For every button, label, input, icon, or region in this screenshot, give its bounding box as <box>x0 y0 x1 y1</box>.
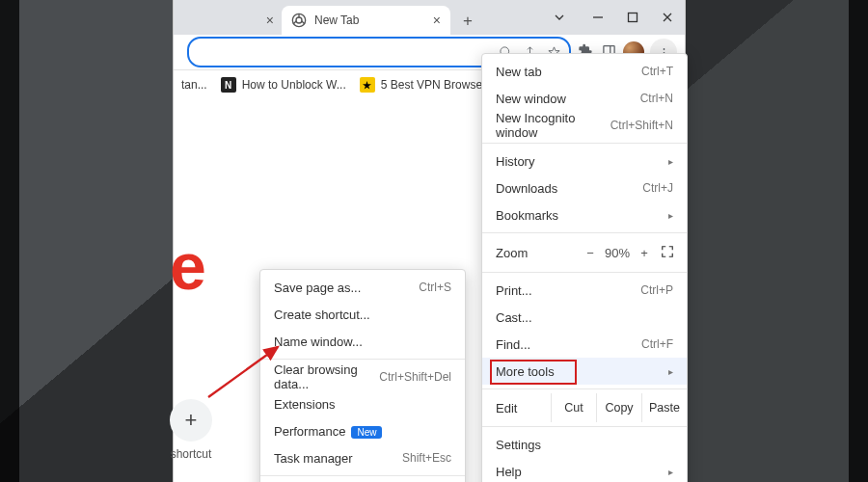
chrome-main-menu: New tabCtrl+T New windowCtrl+N New Incog… <box>481 53 688 482</box>
submenu-task-manager[interactable]: Task managerShift+Esc <box>260 444 465 471</box>
menu-bookmarks[interactable]: Bookmarks▸ <box>482 201 687 228</box>
menu-help[interactable]: Help▸ <box>482 458 687 482</box>
menu-paste[interactable]: Paste <box>641 393 687 422</box>
menu-downloads[interactable]: DownloadsCtrl+J <box>482 174 687 201</box>
minimize-button[interactable] <box>581 0 615 35</box>
bookmark-item[interactable]: NHow to Unblock W... <box>221 77 346 93</box>
menu-edit-row: Edit Cut Copy Paste <box>482 393 687 422</box>
svg-point-1 <box>296 17 302 23</box>
menu-settings[interactable]: Settings <box>482 431 687 458</box>
menu-print[interactable]: Print...Ctrl+P <box>482 277 687 304</box>
submenu-performance[interactable]: PerformanceNew <box>260 417 465 444</box>
shortcut-label: shortcut <box>171 447 212 461</box>
new-tab-button[interactable]: + <box>454 8 481 35</box>
submenu-name-window[interactable]: Name window... <box>260 328 465 355</box>
zoom-out-button[interactable]: − <box>577 246 604 260</box>
chrome-icon <box>291 13 307 28</box>
bookmark-item[interactable]: tan... <box>181 78 207 92</box>
menu-incognito[interactable]: New Incognito windowCtrl+Shift+N <box>482 112 687 139</box>
new-badge: New <box>351 426 382 439</box>
menu-new-window[interactable]: New windowCtrl+N <box>482 85 687 112</box>
zoom-value: 90% <box>604 246 631 260</box>
menu-history[interactable]: History▸ <box>482 147 687 174</box>
more-tools-submenu: Save page as...Ctrl+S Create shortcut...… <box>259 269 466 482</box>
tab-title: New Tab <box>314 13 359 27</box>
zoom-in-button[interactable]: + <box>631 246 658 260</box>
zoom-label: Zoom <box>492 246 577 260</box>
active-tab[interactable]: New Tab × <box>282 6 450 35</box>
menu-cast[interactable]: Cast... <box>482 304 687 331</box>
chrome-browser-window: × New Tab × + ⋮ tan... NHow to Unblock W… <box>174 0 685 482</box>
tab-strip: × New Tab × + <box>174 0 685 35</box>
menu-new-tab[interactable]: New tabCtrl+T <box>482 58 687 85</box>
submenu-extensions[interactable]: Extensions <box>260 390 465 417</box>
svg-rect-2 <box>629 13 637 22</box>
add-shortcut-icon: + <box>170 399 212 442</box>
close-tab-icon[interactable]: × <box>266 13 274 28</box>
maximize-button[interactable] <box>615 0 650 35</box>
menu-zoom-row: Zoom − 90% + <box>482 237 687 268</box>
edit-label: Edit <box>482 401 551 415</box>
menu-more-tools[interactable]: More tools▸ <box>482 358 687 385</box>
tab-search-button[interactable] <box>542 0 577 35</box>
window-controls <box>542 0 685 35</box>
submenu-create-shortcut[interactable]: Create shortcut... <box>260 301 465 328</box>
fullscreen-button[interactable] <box>658 245 677 261</box>
submenu-save-page[interactable]: Save page as...Ctrl+S <box>260 274 465 301</box>
submenu-clear-browsing-data[interactable]: Clear browsing data...Ctrl+Shift+Del <box>260 363 465 390</box>
google-logo-fragment: e <box>170 228 206 304</box>
close-window-button[interactable] <box>650 0 685 35</box>
favicon: ★ <box>360 77 375 93</box>
shortcut-tile[interactable]: + shortcut <box>162 399 220 461</box>
menu-find[interactable]: Find...Ctrl+F <box>482 331 687 358</box>
bookmark-item[interactable]: ★5 Best VPN Browser... <box>360 77 496 93</box>
close-tab-icon[interactable]: × <box>433 13 441 28</box>
favicon: N <box>221 77 236 93</box>
menu-copy[interactable]: Copy <box>596 393 641 422</box>
background-tab[interactable]: × <box>179 6 282 35</box>
menu-cut[interactable]: Cut <box>551 393 596 422</box>
